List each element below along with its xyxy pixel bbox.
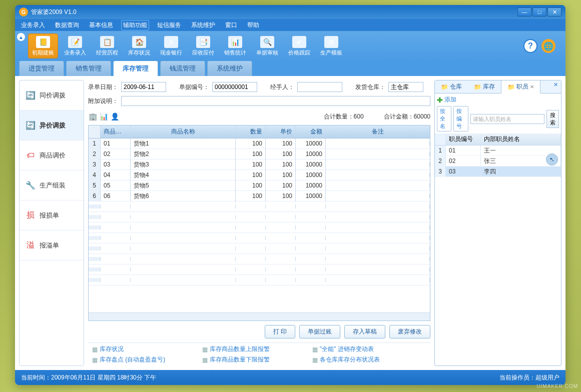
grid-row-empty[interactable]	[89, 222, 430, 233]
total-amt-value: 60000	[414, 113, 430, 120]
person-icon[interactable]: 👤	[110, 112, 119, 121]
grid-header-0[interactable]	[89, 126, 101, 138]
menu-0[interactable]: 业务录入	[19, 20, 47, 30]
folder-icon: 📁	[474, 84, 481, 90]
grid-row-empty[interactable]	[89, 202, 430, 212]
menu-5[interactable]: 系统维护	[189, 20, 217, 30]
menu-3[interactable]: 辅助功能	[121, 20, 149, 30]
minimize-button[interactable]: —	[517, 8, 531, 16]
sidebar-icon-1: 🔄	[26, 120, 36, 130]
status-left: 当前时间：2009年06月11日 星期四 18时30分 下午	[21, 374, 156, 382]
toolbar-6[interactable]: 📊销售统计	[220, 34, 250, 58]
link-3[interactable]: ▦库存盘点 (自动盘盈盘亏)	[92, 356, 182, 364]
close-button[interactable]: ✕	[547, 8, 561, 16]
main-tab-4[interactable]: 系统维护	[207, 60, 252, 76]
grid-icon-b[interactable]: 📊	[99, 112, 108, 121]
grid-header-3[interactable]: 数量	[236, 126, 266, 138]
filter-code-button[interactable]: 按编号	[453, 106, 468, 132]
sidebar-item-5[interactable]: 溢报溢单	[20, 230, 84, 260]
toolbar-0[interactable]: 📒初期建账	[28, 34, 58, 58]
grid-row-empty[interactable]	[89, 275, 430, 286]
toolbar-8[interactable]: ✔价格跟踪	[284, 34, 314, 58]
sidebar-item-3[interactable]: 🔧生产组装	[20, 170, 84, 200]
main-tab-1[interactable]: 销售管理	[66, 60, 111, 76]
handler-input[interactable]	[297, 82, 342, 92]
globe-icon[interactable]: 🌐	[541, 39, 555, 53]
grid-row-empty[interactable]	[89, 264, 430, 275]
main-tab-0[interactable]: 进货管理	[19, 60, 64, 76]
toolbar-5[interactable]: 📑应收应付	[188, 34, 218, 58]
collapse-toolbar-icon[interactable]: ▲	[17, 33, 25, 41]
doc-no-input[interactable]	[212, 82, 257, 92]
note-input[interactable]	[121, 96, 430, 106]
link-4[interactable]: ▦库存商品数量下限报警	[202, 356, 292, 364]
toolbar-icon-3: 🏠	[132, 36, 146, 48]
pointer-up-icon[interactable]: ↖	[546, 154, 558, 166]
panel-close-icon[interactable]: ✕	[552, 82, 559, 88]
rp-tab-0[interactable]: 📁仓库	[435, 80, 468, 93]
grid-row[interactable]: 606货物610010010000	[89, 191, 430, 202]
toolbar-icon-1: 📝	[68, 36, 82, 48]
search-button[interactable]: 搜索	[546, 110, 559, 128]
rp-row[interactable]: 303李四	[435, 166, 561, 177]
status-right: 当前操作员：超级用户	[499, 374, 559, 382]
rp-row[interactable]: 202张三	[435, 156, 561, 166]
h-scrollbar[interactable]	[89, 312, 430, 320]
grid-row-empty[interactable]	[89, 244, 430, 254]
menu-2[interactable]: 基本信息	[87, 20, 115, 30]
grid-icon-a[interactable]: 🏢	[88, 112, 97, 121]
menu-1[interactable]: 数据查询	[53, 20, 81, 30]
grid-row-empty[interactable]	[89, 212, 430, 222]
rp-header-2[interactable]: 内部职员姓名	[481, 134, 561, 145]
link-5[interactable]: ▦各仓库库存分布状况表	[312, 356, 402, 364]
filter-fullname-button[interactable]: 按全名	[437, 106, 451, 132]
main-tab-2[interactable]: 库存管理	[113, 60, 158, 76]
search-input[interactable]	[470, 114, 544, 124]
toolbar-icon-6: 📊	[228, 36, 242, 48]
warehouse-input[interactable]	[388, 82, 423, 92]
sidebar-item-2[interactable]: 🏷商品调价	[20, 140, 84, 170]
folder-icon: 📁	[507, 84, 515, 90]
action-2[interactable]: 存入草稿	[344, 325, 385, 338]
grid-header-5[interactable]: 金额	[296, 126, 326, 138]
menu-6[interactable]: 窗口	[223, 20, 239, 30]
action-1[interactable]: 单据过账	[299, 325, 340, 338]
sidebar-item-1[interactable]: 🔄异价调拨	[20, 110, 84, 140]
note-label: 附加说明：	[88, 97, 118, 106]
grid-header-1[interactable]: 商品编号	[101, 126, 131, 138]
link-2[interactable]: ▦"全能" 进销存变动表	[312, 345, 402, 354]
left-sidebar: 🔄同价调拨🔄异价调拨🏷商品调价🔧生产组装损报损单溢报溢单	[19, 80, 84, 366]
main-tab-3[interactable]: 钱流管理	[160, 60, 205, 76]
action-0[interactable]: 打 印	[265, 325, 295, 338]
add-button[interactable]: ✚添加	[437, 96, 456, 104]
menu-4[interactable]: 短信服务	[155, 20, 183, 30]
grid-link-icon: ▦	[92, 346, 98, 353]
rp-tab-2[interactable]: 📁职员✕	[501, 80, 540, 94]
grid-header-2[interactable]: 商品名称	[131, 126, 236, 138]
sidebar-item-0[interactable]: 🔄同价调拨	[20, 80, 84, 110]
date-input[interactable]	[121, 82, 166, 92]
toolbar-9[interactable]: ⚙生产模板	[316, 34, 346, 58]
menu-7[interactable]: 帮助	[245, 20, 261, 30]
rp-header-1[interactable]: 职员编号	[446, 134, 481, 145]
toolbar-1[interactable]: 📝业务录入	[60, 34, 90, 58]
link-1[interactable]: ▦库存商品数量上限报警	[202, 345, 292, 354]
grid-link-icon: ▦	[202, 346, 208, 353]
rp-tab-1[interactable]: 📁库存	[468, 80, 501, 93]
tab-close-icon[interactable]: ✕	[530, 84, 534, 90]
toolbar-3[interactable]: 🏠库存状况	[124, 34, 154, 58]
toolbar-2[interactable]: 📋经营历程	[92, 34, 122, 58]
rp-row[interactable]: 101王一	[435, 146, 561, 156]
maximize-button[interactable]: □	[532, 8, 546, 16]
toolbar-7[interactable]: 🔍单据审核	[252, 34, 282, 58]
grid-row-empty[interactable]	[89, 233, 430, 244]
action-3[interactable]: 废弃修改	[389, 325, 430, 338]
help-icon[interactable]: ?	[523, 39, 537, 53]
link-0[interactable]: ▦库存状况	[92, 345, 182, 354]
grid-header-6[interactable]: 备注	[326, 126, 430, 138]
rp-header-0[interactable]	[435, 134, 446, 145]
grid-row-empty[interactable]	[89, 254, 430, 264]
sidebar-item-4[interactable]: 损报损单	[20, 200, 84, 230]
grid-header-4[interactable]: 单价	[266, 126, 296, 138]
toolbar-4[interactable]: ¥现金银行	[156, 34, 186, 58]
